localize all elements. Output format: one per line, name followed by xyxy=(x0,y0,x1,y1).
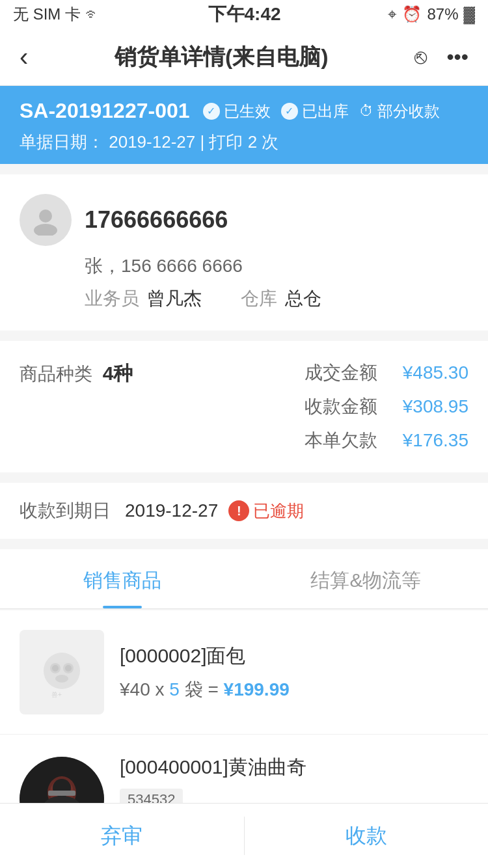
tab-settlement[interactable]: 结算&物流等 xyxy=(244,549,488,608)
price-base-1: ¥40 xyxy=(120,679,150,699)
price-qty-1: 5 xyxy=(169,679,180,699)
price-mult-1: x xyxy=(156,679,170,699)
transaction-value: ¥485.30 xyxy=(390,362,468,383)
overdue-icon: ! xyxy=(228,500,249,521)
svg-point-6 xyxy=(65,665,72,671)
bottom-bar: 弃审 收款 xyxy=(0,803,488,868)
price-unit-1: 袋 xyxy=(185,679,203,699)
nav-actions: ⎋ ••• xyxy=(414,45,468,69)
product-price-1: ¥40 x 5 袋 = ¥199.99 xyxy=(120,677,468,702)
check-icon-2: ✓ xyxy=(281,103,298,120)
receipt-value: ¥308.95 xyxy=(390,396,468,417)
due-label: 收款到期日 xyxy=(20,498,111,523)
product-item: 兽+ [0000002]面包 ¥40 x 5 袋 = ¥199.99 xyxy=(0,610,488,735)
battery-icon: ▓ xyxy=(463,5,475,23)
debt-label: 本单欠款 xyxy=(305,428,377,453)
nav-bar: ‹ 销货单详情(来自电脑) ⎋ ••• xyxy=(0,29,488,86)
order-number: SA-20191227-001 xyxy=(20,99,190,123)
status-tags: ✓ 已生效 ✓ 已出库 ⏱ 部分收款 xyxy=(203,101,440,122)
avatar xyxy=(20,194,72,246)
due-date-value: 2019-12-27 xyxy=(125,500,218,521)
category-label: 商品种类 xyxy=(20,364,92,384)
transaction-label: 成交金额 xyxy=(305,360,377,385)
svg-point-0 xyxy=(39,210,52,223)
page-title: 销货单详情(来自电脑) xyxy=(115,42,329,72)
receipt-line: 收款金额 ¥308.95 xyxy=(305,394,468,419)
transaction-line: 成交金额 ¥485.30 xyxy=(305,360,468,385)
clock-icon: ⏱ xyxy=(359,103,373,120)
status-left: 无 SIM 卡 ᯤ xyxy=(13,4,101,25)
more-icon[interactable]: ••• xyxy=(446,45,468,69)
svg-point-1 xyxy=(34,224,57,236)
tag-shipped: ✓ 已出库 xyxy=(281,101,349,122)
warehouse-item: 仓库 总仓 xyxy=(241,286,321,311)
header-banner: SA-20191227-001 ✓ 已生效 ✓ 已出库 ⏱ 部分收款 单据日期：… xyxy=(0,86,488,164)
overdue-badge: ! 已逾期 xyxy=(228,500,304,522)
product-name-2: [000400001]黄油曲奇 xyxy=(120,754,468,781)
salesperson-label: 业务员 xyxy=(85,286,139,311)
location-icon: ⌖ xyxy=(388,5,397,23)
tag-partial-label: 部分收款 xyxy=(377,101,440,122)
date-value: 2019-12-27 xyxy=(109,132,195,152)
product-image-1: 兽+ xyxy=(20,630,104,714)
status-time: 下午4:42 xyxy=(208,2,281,27)
category-count: 4种 xyxy=(103,362,133,384)
customer-name: 17666666666 xyxy=(85,206,228,234)
debt-value: ¥176.35 xyxy=(390,430,468,451)
banner-date: 单据日期： 2019-12-27 | 打印 2 次 xyxy=(20,131,468,154)
banner-top: SA-20191227-001 ✓ 已生效 ✓ 已出库 ⏱ 部分收款 xyxy=(20,99,468,123)
salesperson-value: 曾凡杰 xyxy=(147,286,202,311)
tag-shipped-label: 已出库 xyxy=(302,101,349,122)
tag-effective: ✓ 已生效 xyxy=(203,101,271,122)
print-info: | 打印 2 次 xyxy=(200,132,278,152)
status-bar: 无 SIM 卡 ᯤ 下午4:42 ⌖ ⏰ 87% ▓ xyxy=(0,0,488,29)
customer-row: 17666666666 xyxy=(20,194,468,246)
status-right: ⌖ ⏰ 87% ▓ xyxy=(388,5,475,23)
tab-sales-products[interactable]: 销售商品 xyxy=(0,549,244,608)
alarm-icon: ⏰ xyxy=(402,5,422,23)
stats-right: 成交金额 ¥485.30 收款金额 ¥308.95 本单欠款 ¥176.35 xyxy=(305,360,468,453)
date-label: 单据日期： xyxy=(20,132,104,152)
salesperson-item: 业务员 曾凡杰 xyxy=(85,286,202,311)
battery-label: 87% xyxy=(427,5,458,23)
stats-left: 商品种类 4种 xyxy=(20,360,133,387)
overdue-text: 已逾期 xyxy=(253,500,304,522)
confirm-button[interactable]: 收款 xyxy=(245,804,489,868)
receipt-label: 收款金额 xyxy=(305,394,377,419)
svg-point-2 xyxy=(44,653,80,689)
stats-section: 商品种类 4种 成交金额 ¥485.30 收款金额 ¥308.95 本单欠款 ¥… xyxy=(0,341,488,472)
svg-point-5 xyxy=(52,665,59,671)
product-info-1: [0000002]面包 ¥40 x 5 袋 = ¥199.99 xyxy=(120,643,468,702)
warehouse-value: 总仓 xyxy=(285,286,321,311)
customer-section: 17666666666 张，156 6666 6666 业务员 曾凡杰 仓库 总… xyxy=(0,174,488,331)
share-icon[interactable]: ⎋ xyxy=(414,45,427,69)
cancel-button[interactable]: 弃审 xyxy=(0,804,244,868)
warehouse-label: 仓库 xyxy=(241,286,277,311)
price-eq-1: = xyxy=(208,679,223,699)
svg-rect-14 xyxy=(48,791,75,796)
tag-partial: ⏱ 部分收款 xyxy=(359,101,440,122)
price-total-1: ¥199.99 xyxy=(224,679,290,699)
check-icon-1: ✓ xyxy=(203,103,220,120)
category-row: 商品种类 4种 xyxy=(20,360,133,387)
due-section: 收款到期日 2019-12-27 ! 已逾期 xyxy=(0,483,488,539)
svg-text:兽+: 兽+ xyxy=(51,691,62,698)
sim-label: 无 SIM 卡 ᯤ xyxy=(13,4,101,25)
customer-sub: 张，156 6666 6666 xyxy=(85,254,468,278)
back-button[interactable]: ‹ xyxy=(20,42,28,72)
tabs-container: 销售商品 结算&物流等 xyxy=(0,549,488,609)
debt-line: 本单欠款 ¥176.35 xyxy=(305,428,468,453)
customer-meta: 业务员 曾凡杰 仓库 总仓 xyxy=(85,286,468,311)
tag-effective-label: 已生效 xyxy=(224,101,271,122)
svg-point-7 xyxy=(55,675,68,683)
product-name-1: [0000002]面包 xyxy=(120,643,468,670)
